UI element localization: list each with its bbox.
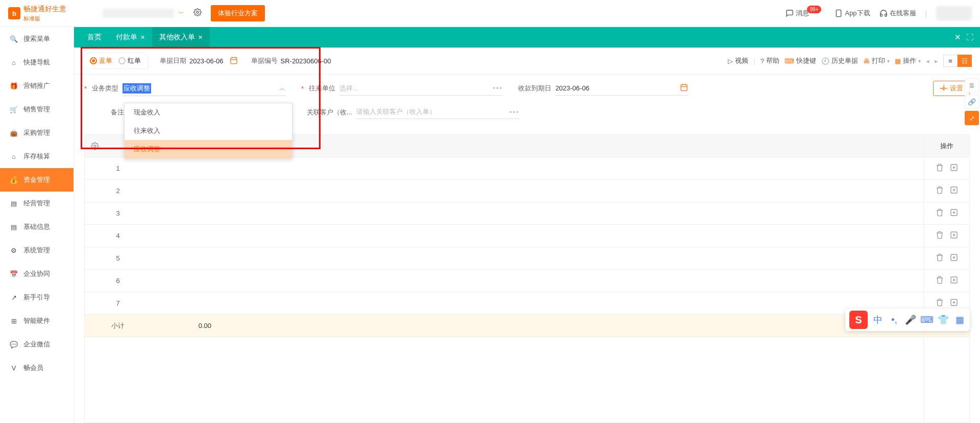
messages-link[interactable]: 消息 99+ xyxy=(786,9,826,18)
table-row[interactable]: 7 xyxy=(85,292,923,315)
next-arrow-icon[interactable]: ▸ xyxy=(935,57,938,65)
app-download-link[interactable]: App下载 xyxy=(835,9,870,18)
video-link[interactable]: ▷视频 xyxy=(728,56,748,65)
action-link[interactable]: ▦操作▾ xyxy=(895,56,921,65)
date-value[interactable]: 2023-06-06 xyxy=(189,57,224,65)
view-list-button[interactable]: ≡ xyxy=(943,55,958,67)
shortcut-link[interactable]: ⌨快捷键 xyxy=(785,56,816,65)
user-avatar-redacted[interactable] xyxy=(936,6,972,20)
ime-mode-button[interactable]: 中 xyxy=(872,314,884,326)
ime-toolbar[interactable]: S 中 •, 🎤 ⌨ 👕 ▦ xyxy=(845,309,970,331)
delete-icon[interactable] xyxy=(936,208,944,218)
sidebar-item-4[interactable]: 👜采购管理 xyxy=(0,121,74,145)
table-row[interactable]: 1 xyxy=(85,157,923,180)
sidebar-item-9[interactable]: ⚙系统管理 xyxy=(0,239,74,262)
delete-icon[interactable] xyxy=(936,276,944,286)
tab-label: 首页 xyxy=(87,33,102,42)
cta-button[interactable]: 体验行业方案 xyxy=(211,5,265,21)
sidebar-item-5[interactable]: ⌂库存核算 xyxy=(0,145,74,168)
ime-skin-icon[interactable]: 👕 xyxy=(937,314,949,326)
org-selector[interactable]: ﹀ xyxy=(103,9,184,18)
calendar-icon[interactable] xyxy=(230,56,238,66)
more-icon[interactable]: ••• xyxy=(509,108,520,116)
tab-0[interactable]: 首页 xyxy=(80,27,109,48)
dropdown-option-2[interactable]: 应收调整 xyxy=(125,140,292,158)
tab-label: 其他收入单 xyxy=(159,33,195,42)
radio-blue[interactable]: 蓝单 xyxy=(90,56,112,65)
sidebar-item-label: 搜索菜单 xyxy=(23,34,50,43)
help-link[interactable]: ?帮助 xyxy=(761,56,779,65)
sidebar-item-14[interactable]: V畅会员 xyxy=(0,356,74,380)
table-row[interactable]: 3 xyxy=(85,202,923,225)
sidebar-item-8[interactable]: ▤基础信息 xyxy=(0,215,74,239)
add-icon[interactable] xyxy=(950,276,958,286)
settings-gear-icon[interactable] xyxy=(193,8,202,18)
calendar-icon[interactable] xyxy=(680,83,688,93)
tab-1[interactable]: 付款单✕ xyxy=(109,27,152,48)
history-link[interactable]: 🕘历史单据 xyxy=(821,56,858,65)
sidebar-item-10[interactable]: 📅企业协同 xyxy=(0,262,74,286)
close-icon[interactable]: ✕ xyxy=(140,34,145,41)
sidebar-item-label: 营销推广 xyxy=(23,81,50,90)
rail-expand-icon[interactable]: ⤢ xyxy=(965,111,979,125)
table-row[interactable]: 2 xyxy=(85,180,923,202)
sidebar-item-3[interactable]: 🛒销售管理 xyxy=(0,98,74,121)
right-rail: 🗎 🔗 ⤢ xyxy=(965,78,980,125)
partner-select[interactable]: 选择... ••• xyxy=(339,82,503,96)
partner-placeholder: 选择... xyxy=(339,84,358,93)
rail-attach-icon[interactable]: 🔗 xyxy=(965,95,979,109)
dropdown-option-1[interactable]: 往来收入 xyxy=(125,122,292,140)
sidebar-item-label: 企业微信 xyxy=(23,340,50,349)
print-link[interactable]: 🖶打印▾ xyxy=(863,56,890,65)
sidebar-item-2[interactable]: 🎁营销推广 xyxy=(0,74,74,98)
biz-type-select[interactable]: 应收调整 ︿ xyxy=(122,81,286,96)
sidebar-item-label: 库存核算 xyxy=(23,152,50,161)
tab-expand-icon[interactable]: ⛶ xyxy=(966,33,974,42)
due-date-input[interactable]: 2023-06-06 xyxy=(555,81,688,96)
more-icon[interactable]: ••• xyxy=(493,84,503,92)
delete-icon[interactable] xyxy=(936,253,944,263)
prev-arrow-icon[interactable]: ◂ xyxy=(926,57,929,65)
add-icon[interactable] xyxy=(950,186,958,196)
logo[interactable]: b 畅捷通好生意 标准版 xyxy=(8,5,82,22)
tab-close-all-icon[interactable]: ✕ xyxy=(954,33,961,42)
delete-icon[interactable] xyxy=(936,186,944,196)
table-row[interactable]: 6 xyxy=(85,270,923,292)
add-icon[interactable] xyxy=(950,231,958,241)
dropdown-option-0[interactable]: 现金收入 xyxy=(125,103,292,122)
sidebar-item-12[interactable]: ⊞智能硬件 xyxy=(0,309,74,333)
add-icon[interactable] xyxy=(950,298,958,308)
sidebar-item-13[interactable]: 💬企业微信 xyxy=(0,333,74,356)
sidebar-item-11[interactable]: ↗新手引导 xyxy=(0,286,74,309)
tab-2[interactable]: 其他收入单✕ xyxy=(152,27,210,48)
gear-icon xyxy=(940,84,948,92)
table-row[interactable]: 5 xyxy=(85,247,923,270)
sidebar-item-6[interactable]: 💰资金管理 xyxy=(0,168,74,192)
ime-keyboard-icon[interactable]: ⌨ xyxy=(921,314,933,326)
add-icon[interactable] xyxy=(950,163,958,173)
rail-note-icon[interactable]: 🗎 xyxy=(965,78,979,92)
column-settings-button[interactable] xyxy=(85,142,105,150)
related-customer-input[interactable]: 请输入关联客户（收入单） ••• xyxy=(356,105,520,119)
sidebar-item-label: 新手引导 xyxy=(23,293,50,302)
ime-punct-icon[interactable]: •, xyxy=(888,314,900,326)
row-actions xyxy=(924,157,969,180)
delete-icon[interactable] xyxy=(936,298,944,308)
ime-menu-icon[interactable]: ▦ xyxy=(953,314,966,326)
help-icon: ? xyxy=(761,57,764,65)
view-card-button[interactable]: ☷ xyxy=(958,55,972,67)
close-icon[interactable]: ✕ xyxy=(198,34,203,41)
delete-icon[interactable] xyxy=(936,231,944,241)
add-icon[interactable] xyxy=(950,253,958,263)
ime-voice-icon[interactable]: 🎤 xyxy=(904,314,917,326)
radio-red[interactable]: 红单 xyxy=(118,56,141,65)
add-icon[interactable] xyxy=(950,208,958,218)
sidebar-item-1[interactable]: ⌂快捷导航 xyxy=(0,51,74,74)
sidebar-item-0[interactable]: 🔍搜索菜单 xyxy=(0,27,74,51)
box-icon: ⌂ xyxy=(9,152,18,161)
support-link[interactable]: 在线客服 xyxy=(879,9,916,18)
sidebar-item-7[interactable]: ▤经营管理 xyxy=(0,192,74,215)
headset-icon xyxy=(879,9,888,17)
table-row[interactable]: 4 xyxy=(85,225,923,247)
delete-icon[interactable] xyxy=(936,163,944,173)
